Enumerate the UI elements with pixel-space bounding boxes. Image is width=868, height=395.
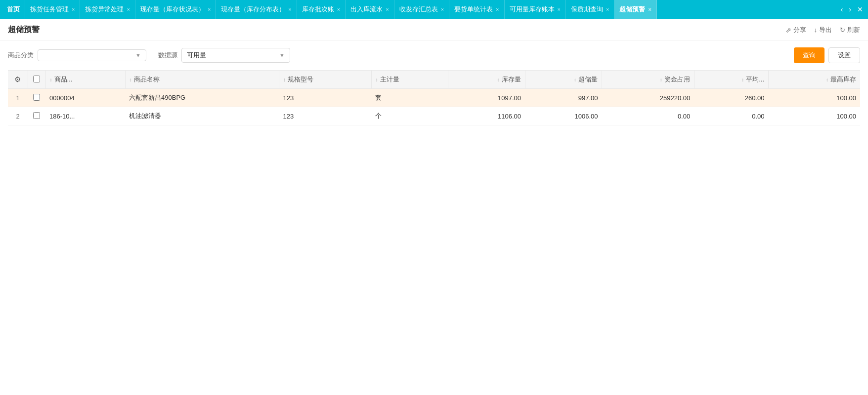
th-checkbox[interactable]	[28, 71, 45, 89]
nav-tab-close-3[interactable]: ×	[208, 6, 211, 12]
gear-icon: ⚙	[14, 75, 21, 83]
th-max-label: 最高库存	[830, 76, 856, 83]
nav-prev-button[interactable]: ‹	[838, 3, 846, 15]
nav-tab-5[interactable]: 库存批次账×	[297, 0, 346, 19]
cell-avg-0: 260.00	[694, 89, 768, 107]
cell-avg-1: 0.00	[694, 107, 768, 125]
nav-tab-label-7: 收发存汇总表	[399, 5, 438, 14]
nav-tab-close-10[interactable]: ×	[606, 6, 609, 12]
datasource-select-value: 可用量	[187, 51, 206, 60]
nav-tab-2[interactable]: 拣货异常处理×	[80, 0, 135, 19]
query-button[interactable]: 查询	[794, 47, 825, 63]
nav-tab-label-10: 保质期查询	[571, 5, 603, 14]
nav-close-all-button[interactable]: ✕	[854, 3, 866, 15]
export-icon: ↓	[814, 26, 818, 34]
settings-button[interactable]: 设置	[828, 47, 860, 63]
cell-check-1[interactable]	[28, 107, 45, 125]
th-code[interactable]: ↕商品...	[45, 71, 125, 89]
th-spec[interactable]: ↕规格型号	[279, 71, 371, 89]
filter-actions: 查询 设置	[794, 47, 860, 63]
th-unit[interactable]: ↕主计量	[371, 71, 448, 89]
cell-spec-0: 123	[279, 89, 371, 107]
cell-name-1: 机油滤清器	[125, 107, 279, 125]
nav-tab-0[interactable]: 首页	[2, 0, 25, 19]
th-avg-label: 平均...	[746, 76, 764, 83]
refresh-icon: ↻	[840, 26, 845, 34]
share-action[interactable]: ⇗ 分享	[785, 26, 806, 35]
th-capital[interactable]: ↕资金占用	[602, 71, 694, 89]
export-label: 导出	[819, 26, 832, 35]
datasource-label: 数据源	[158, 51, 177, 60]
refresh-action[interactable]: ↻ 刷新	[840, 26, 860, 35]
cell-check-0[interactable]	[28, 89, 45, 107]
nav-tab-close-2[interactable]: ×	[127, 6, 130, 12]
nav-tab-label-6: 出入库流水	[350, 5, 383, 14]
cell-max-0: 100.00	[769, 89, 860, 107]
top-navigation: 首页拣货任务管理×拣货异常处理×现存量（库存状况表）×现存量（库存分布表）×库存…	[0, 0, 868, 19]
nav-tab-close-8[interactable]: ×	[496, 6, 499, 12]
datasource-select[interactable]: 可用量 ▼	[181, 48, 290, 63]
table-container: ⚙ ↕商品... ↕商品名称 ↕规格型号 ↕主计量 ↕库存量 ↕超储量 ↕资金占…	[0, 70, 868, 125]
category-label: 商品分类	[8, 51, 34, 60]
table-header-row: ⚙ ↕商品... ↕商品名称 ↕规格型号 ↕主计量 ↕库存量 ↕超储量 ↕资金占…	[8, 71, 860, 89]
nav-tab-3[interactable]: 现存量（库存状况表）×	[135, 0, 216, 19]
nav-tab-label-11: 超储预警	[619, 5, 645, 14]
datasource-filter: 数据源 可用量 ▼	[158, 48, 290, 63]
nav-tab-close-9[interactable]: ×	[558, 6, 561, 12]
nav-tab-10[interactable]: 保质期查询×	[566, 0, 614, 19]
nav-tab-close-6[interactable]: ×	[386, 6, 389, 12]
th-stock[interactable]: ↕库存量	[448, 71, 525, 89]
cell-unit-1: 个	[371, 107, 448, 125]
th-name-label: 商品名称	[134, 76, 160, 83]
nav-tab-label-3: 现存量（库存状况表）	[140, 5, 205, 14]
nav-next-button[interactable]: ›	[846, 3, 854, 15]
page-content: 超储预警 ⇗ 分享 ↓ 导出 ↻ 刷新 商品分类 ▼ 数据源	[0, 19, 868, 395]
page-title: 超储预警	[8, 25, 40, 35]
nav-tab-close-5[interactable]: ×	[337, 6, 340, 12]
refresh-label: 刷新	[847, 26, 860, 35]
nav-tab-6[interactable]: 出入库流水×	[346, 0, 394, 19]
cell-code-0: 0000004	[45, 89, 125, 107]
th-capital-label: 资金占用	[664, 76, 690, 83]
export-action[interactable]: ↓ 导出	[814, 26, 832, 35]
th-max[interactable]: ↕最高库存	[769, 71, 860, 89]
th-stock-label: 库存量	[502, 76, 521, 83]
nav-tab-label-9: 可用量库存账本	[510, 5, 555, 14]
cell-stock-1: 1106.00	[448, 107, 525, 125]
th-unit-label: 主计量	[380, 76, 399, 83]
th-overstock-label: 超储量	[578, 76, 598, 83]
cell-overstock-1: 1006.00	[525, 107, 602, 125]
cell-capital-1: 0.00	[602, 107, 694, 125]
th-avg[interactable]: ↕平均...	[694, 71, 768, 89]
nav-tab-label-8: 要货单统计表	[454, 5, 493, 14]
cell-stock-0: 1097.00	[448, 89, 525, 107]
nav-tab-close-1[interactable]: ×	[72, 6, 75, 12]
share-label: 分享	[793, 26, 806, 35]
cell-code-1: 186-10...	[45, 107, 125, 125]
row-checkbox-1[interactable]	[33, 112, 40, 119]
th-settings[interactable]: ⚙	[8, 71, 28, 89]
nav-tab-8[interactable]: 要货单统计表×	[449, 0, 504, 19]
page-header: 超储预警 ⇗ 分享 ↓ 导出 ↻ 刷新	[0, 19, 868, 40]
row-checkbox-0[interactable]	[33, 94, 40, 101]
cell-capital-0: 259220.00	[602, 89, 694, 107]
nav-tab-label-2: 拣货异常处理	[85, 5, 124, 14]
category-select[interactable]: ▼	[38, 49, 146, 61]
nav-tab-1[interactable]: 拣货任务管理×	[25, 0, 80, 19]
select-all-checkbox[interactable]	[33, 76, 40, 82]
nav-tab-4[interactable]: 现存量（库存分布表）×	[216, 0, 297, 19]
nav-tab-label-5: 库存批次账	[302, 5, 334, 14]
th-overstock[interactable]: ↕超储量	[525, 71, 602, 89]
nav-tab-9[interactable]: 可用量库存账本×	[505, 0, 566, 19]
nav-tab-11[interactable]: 超储预警×	[614, 0, 656, 19]
nav-tab-close-4[interactable]: ×	[288, 6, 291, 12]
cell-max-1: 100.00	[769, 107, 860, 125]
nav-tab-close-11[interactable]: ×	[648, 6, 651, 12]
nav-tab-close-7[interactable]: ×	[441, 6, 444, 12]
th-name[interactable]: ↕商品名称	[125, 71, 279, 89]
nav-tab-label-1: 拣货任务管理	[30, 5, 69, 14]
cell-index-0: 1	[8, 89, 28, 107]
nav-tab-7[interactable]: 收发存汇总表×	[394, 0, 449, 19]
cell-spec-1: 123	[279, 107, 371, 125]
header-actions: ⇗ 分享 ↓ 导出 ↻ 刷新	[785, 26, 861, 35]
